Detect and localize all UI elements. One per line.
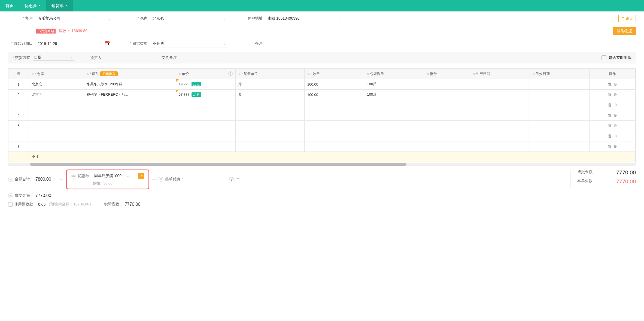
- add-icon[interactable]: ⊕: [613, 113, 617, 117]
- chevron-down-icon: ⌄: [223, 17, 226, 20]
- delete-icon[interactable]: 🗑: [608, 82, 612, 86]
- delivery-method-label: 交货方式: [15, 55, 30, 60]
- delete-icon[interactable]: 🗑: [608, 134, 612, 138]
- tab-coupon[interactable]: 优惠券×: [19, 0, 46, 11]
- picker-input[interactable]: [104, 57, 145, 58]
- summary-owe-value: 7770.00: [616, 178, 636, 185]
- items-table: ⚙ ⇅*仓库 ⇅*商品 扫码录入 ⇅单价? ⇅*销售单位 ⇅*数量 ⇅包装数量 …: [8, 68, 636, 162]
- discount-icon: %: [159, 177, 163, 182]
- sort-icon[interactable]: ⇅: [367, 72, 369, 75]
- discount-input[interactable]: [184, 179, 228, 180]
- warehouse-select[interactable]: 北京仓⌄: [151, 15, 227, 22]
- table-row[interactable]: 5 🗑⊕: [8, 120, 636, 131]
- actual-label: 实际应收：: [104, 202, 123, 207]
- sort-icon[interactable]: ⇅: [427, 72, 429, 75]
- delete-icon[interactable]: 🗑: [608, 123, 612, 128]
- deal-value: 7770.00: [35, 193, 51, 198]
- sort-icon[interactable]: ⇅: [179, 72, 181, 75]
- summary-deal-label: 成交金额: [577, 169, 593, 176]
- equals-icon: =: [236, 177, 239, 182]
- add-icon[interactable]: ⊕: [613, 134, 617, 138]
- col-exp-date: 失效日期: [536, 72, 550, 76]
- help-icon[interactable]: ?: [229, 177, 234, 181]
- sort-icon[interactable]: ⇅: [473, 72, 475, 75]
- help-icon[interactable]: ?: [228, 71, 233, 76]
- delivery-remark-input[interactable]: [180, 57, 220, 58]
- ticket-icon: 🎟: [71, 174, 76, 178]
- refresh-button[interactable]: ⟳: [138, 173, 144, 179]
- add-icon[interactable]: ⊕: [613, 102, 617, 107]
- table-row[interactable]: 7 🗑⊕: [8, 141, 636, 152]
- sort-icon[interactable]: ⇅: [87, 72, 89, 75]
- table-row[interactable]: 6 🗑⊕: [8, 131, 636, 141]
- sort-icon[interactable]: ⇅: [32, 72, 34, 75]
- calendar-icon: 📅: [105, 41, 111, 47]
- settings-button[interactable]: ⚙ 设置: [618, 15, 636, 22]
- delivery-remark-label: 交货备注: [162, 55, 177, 60]
- customer-label: 客户: [25, 16, 33, 20]
- delivery-method-select[interactable]: 自提⌄: [33, 54, 74, 61]
- col-product: 商品: [92, 72, 99, 76]
- history-badge[interactable]: 历史: [192, 82, 201, 86]
- delete-icon[interactable]: 🗑: [608, 92, 612, 97]
- horizontal-scrollbar[interactable]: [8, 163, 636, 166]
- table-row[interactable]: 3 🗑⊕: [8, 100, 636, 110]
- deal-icon: ◎: [8, 193, 13, 198]
- customer-select[interactable]: 昕乐贸易公司⌄: [36, 15, 112, 22]
- currency-icon: ¥: [8, 177, 13, 182]
- col-pack: 包装数量: [370, 72, 384, 76]
- col-batch: 批号: [430, 72, 437, 76]
- invoice-type-select[interactable]: 不开票⌄: [151, 40, 227, 47]
- coupon-label: 优惠券：: [78, 174, 93, 178]
- use-advance-checkbox[interactable]: [8, 202, 13, 207]
- cancel-logistics-button[interactable]: 取消物流: [613, 27, 636, 35]
- chevron-down-icon: ⌄: [70, 55, 73, 60]
- sort-icon[interactable]: ⇅: [533, 72, 535, 75]
- add-icon[interactable]: ⊕: [613, 144, 617, 149]
- table-row[interactable]: 2 北京仓 费列罗（FERRERO）巧... 57.777 历史 盒 100.0…: [8, 89, 636, 100]
- remark-input[interactable]: [266, 43, 342, 45]
- tab-home[interactable]: 首页: [0, 0, 19, 11]
- address-label: 客户地址: [247, 16, 263, 20]
- close-icon[interactable]: ×: [38, 4, 41, 8]
- delete-icon[interactable]: 🗑: [608, 113, 612, 117]
- remark-label: 备注: [255, 41, 263, 46]
- actual-value: 7770.00: [125, 202, 141, 207]
- summary-owe-label: 本单欠款: [577, 178, 593, 185]
- tab-sales[interactable]: 销货单×: [46, 0, 73, 11]
- col-prod-date: 生产日期: [476, 72, 490, 76]
- immediate-label: 是否立即出库: [609, 55, 631, 60]
- col-qty: 数量: [313, 72, 320, 76]
- unfixed-period-badge: 不固定账期: [36, 29, 56, 34]
- advance-balance: （预收款金额：18706.80）: [47, 202, 93, 207]
- add-icon[interactable]: ⊕: [613, 82, 617, 86]
- due-date-input[interactable]: 2019-12-29📅: [36, 40, 112, 48]
- address-select[interactable]: 张阳 18513400390⌄: [266, 15, 342, 22]
- add-icon[interactable]: ⊕: [613, 123, 617, 128]
- chevron-down-icon: ⌄: [108, 17, 111, 20]
- table-row[interactable]: 1 北京仓 华美华夫软饼1200g 糕... 19.923 历史 斤 100.0…: [8, 79, 636, 89]
- due-date-label: 收款到期日: [14, 41, 33, 46]
- history-badge[interactable]: 历史: [192, 92, 201, 97]
- gear-icon[interactable]: ⚙: [17, 71, 20, 76]
- deal-label: 成交金额：: [15, 193, 34, 198]
- delete-icon[interactable]: 🗑: [608, 102, 612, 107]
- immediate-checkbox[interactable]: [602, 55, 606, 60]
- sort-icon[interactable]: ⇅: [307, 72, 309, 75]
- close-icon[interactable]: ×: [65, 4, 68, 8]
- table-row[interactable]: 4 🗑⊕: [8, 110, 636, 120]
- discount-label: 整单优惠：: [165, 177, 184, 182]
- sort-icon[interactable]: ⇅: [238, 72, 241, 75]
- scan-input-badge[interactable]: 扫码录入: [100, 71, 118, 76]
- chevron-down-icon: ⌄: [223, 42, 226, 46]
- col-price: 单价: [182, 72, 189, 76]
- delete-icon[interactable]: 🗑: [608, 144, 612, 149]
- coupon-deduct: 抵扣：30.00: [71, 181, 144, 186]
- invoice-type-label: 票据类型: [132, 41, 148, 46]
- coupon-select[interactable]: 周年店庆满1000... ⌄: [93, 173, 136, 179]
- picker-label: 提货人: [90, 55, 102, 60]
- col-ops: 操作: [609, 72, 616, 76]
- total-value: 7800.00: [35, 177, 51, 182]
- add-icon[interactable]: ⊕: [613, 92, 617, 97]
- delivery-row: *交货方式 自提⌄ 提货人 交货备注 是否立即出库: [8, 52, 636, 63]
